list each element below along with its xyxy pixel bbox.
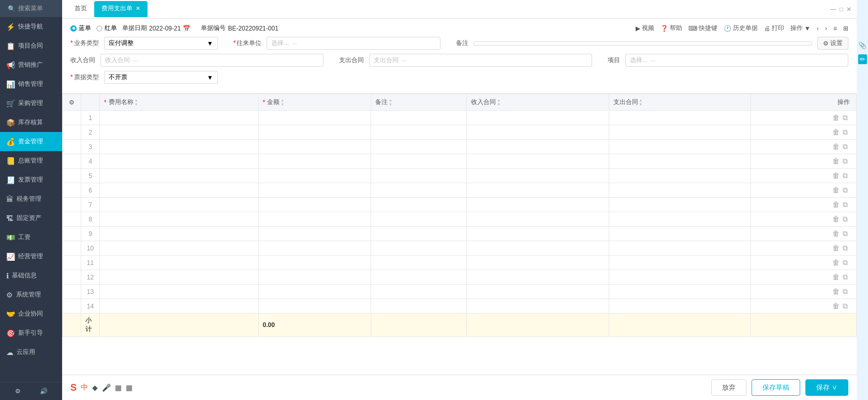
expense-name-cell[interactable] [100,169,259,183]
remark-cell[interactable] [371,270,466,285]
copy-icon[interactable]: ⧉ [843,171,848,180]
set-button[interactable]: ⚙ 设置 [817,37,848,50]
sidebar-item-inventory[interactable]: 📦库存核算 [0,113,62,132]
expense-contract-cell[interactable] [609,183,751,198]
amount-cell[interactable] [258,212,371,227]
sidebar-item-project-contract[interactable]: 📋项目合同 [0,36,62,55]
table-header-income-contract[interactable]: 收入合同 ▲▼ [467,94,609,111]
expense-name-cell[interactable] [100,212,259,227]
copy-icon[interactable]: ⧉ [843,215,848,224]
sidebar-item-enterprise[interactable]: 🤝企业协同 [0,304,62,323]
expense-name-cell[interactable] [100,183,259,198]
remark-cell[interactable] [371,125,466,140]
delete-icon[interactable]: 🗑 [832,287,840,296]
amount-cell[interactable] [258,241,371,256]
delete-icon[interactable]: 🗑 [832,273,840,282]
ops-btn[interactable]: 操作 ▼ [790,24,811,33]
sidebar-item-invoice-mgmt[interactable]: 🧾发票管理 [0,170,62,189]
remark-input[interactable] [474,41,812,46]
edit-icon[interactable]: ✏ [858,54,867,64]
delete-icon[interactable]: 🗑 [832,215,840,224]
help-btn[interactable]: ❓ 帮助 [660,24,682,33]
expense-contract-cell[interactable] [609,241,751,256]
remark-cell[interactable] [371,256,466,270]
delete-icon[interactable]: 🗑 [832,142,840,151]
remark-cell[interactable] [371,241,466,256]
sidebar-item-sys-mgmt[interactable]: ⚙系统管理 [0,285,62,304]
remark-cell[interactable] [371,140,466,154]
sidebar-item-basic-info[interactable]: ℹ基础信息 [0,266,62,285]
income-contract-cell[interactable] [467,183,609,198]
delete-icon[interactable]: 🗑 [832,128,840,137]
print-btn[interactable]: 🖨 打印 [764,24,784,33]
counterpart-ellipsis-btn[interactable]: ··· [291,40,298,47]
remark-cell[interactable] [371,299,466,314]
remark-cell[interactable] [371,169,466,183]
expense-contract-cell[interactable] [609,154,751,169]
remark-cell[interactable] [371,212,466,227]
tab-close-expense[interactable]: ✕ [136,5,140,12]
calendar-icon[interactable]: 📅 [183,25,190,32]
delete-icon[interactable]: 🗑 [832,171,840,180]
amount-cell[interactable] [258,285,371,299]
copy-icon[interactable]: ⧉ [843,273,848,282]
income-contract-ellipsis[interactable]: ··· [132,57,139,64]
remark-cell[interactable] [371,154,466,169]
nav-left-btn[interactable]: ‹ [817,25,819,32]
expense-contract-cell[interactable] [609,299,751,314]
remark-cell[interactable] [371,227,466,241]
sidebar-item-new-guide[interactable]: 🎯新手引导 [0,323,62,343]
expense-contract-cell[interactable] [609,285,751,299]
copy-icon[interactable]: ⧉ [843,200,848,209]
income-contract-cell[interactable] [467,285,609,299]
expense-contract-cell[interactable] [609,169,751,183]
table-header-remark[interactable]: 备注 ▲▼ [371,94,466,111]
expense-name-cell[interactable] [100,270,259,285]
remark-cell[interactable] [371,183,466,198]
income-contract-cell[interactable] [467,256,609,270]
invoice-type-select[interactable]: 不开票 ▼ [104,71,218,84]
project-input[interactable]: 选择... ··· [625,54,848,67]
sidebar-item-fixed-assets[interactable]: 🏗固定资产 [0,209,62,228]
counterpart-input[interactable]: 选择... ··· [267,37,440,50]
sidebar-item-fund-mgmt[interactable]: 💰资金管理 [0,132,62,151]
copy-icon[interactable]: ⧉ [843,142,848,151]
save-button[interactable]: 保存 ∨ [805,379,848,396]
expense-contract-cell[interactable] [609,125,751,140]
nav-right-btn[interactable]: › [825,25,827,32]
expense-name-cell[interactable] [100,140,259,154]
income-contract-cell[interactable] [467,241,609,256]
table-header-gear[interactable]: ⚙ [63,94,81,111]
amount-cell[interactable] [258,140,371,154]
remark-cell[interactable] [371,285,466,299]
expense-contract-cell[interactable] [609,227,751,241]
amount-cell[interactable] [258,227,371,241]
history-btn[interactable]: 🕐 历史单据 [724,24,758,33]
expense-contract-cell[interactable] [609,198,751,212]
delete-icon[interactable]: 🗑 [832,186,840,195]
income-contract-cell[interactable] [467,169,609,183]
delete-icon[interactable]: 🗑 [832,113,840,122]
income-contract-cell[interactable] [467,111,609,125]
expense-contract-cell[interactable] [609,212,751,227]
expense-name-cell[interactable] [100,125,259,140]
save-draft-button[interactable]: 保存草稿 [752,379,800,396]
amount-cell[interactable] [258,111,371,125]
delete-icon[interactable]: 🗑 [832,258,840,267]
radio-blue[interactable]: 蓝单 [70,24,91,33]
window-close-icon[interactable]: ✕ [846,6,851,13]
copy-icon[interactable]: ⧉ [843,113,848,122]
expense-name-cell[interactable] [100,256,259,270]
window-maximize-icon[interactable]: □ [840,6,843,13]
copy-icon[interactable]: ⧉ [843,128,848,137]
amount-cell[interactable] [258,125,371,140]
copy-icon[interactable]: ⧉ [843,244,848,253]
income-contract-cell[interactable] [467,154,609,169]
num-value[interactable]: BE-20220921-001 [228,25,278,32]
sidebar-item-ledger-mgmt[interactable]: 📒总账管理 [0,151,62,170]
sidebar-item-quick-nav[interactable]: ⚡快捷导航 [0,17,62,36]
remark-cell[interactable] [371,198,466,212]
income-contract-cell[interactable] [467,212,609,227]
tab-expense[interactable]: 费用支出单✕ [94,1,148,17]
income-contract-cell[interactable] [467,299,609,314]
